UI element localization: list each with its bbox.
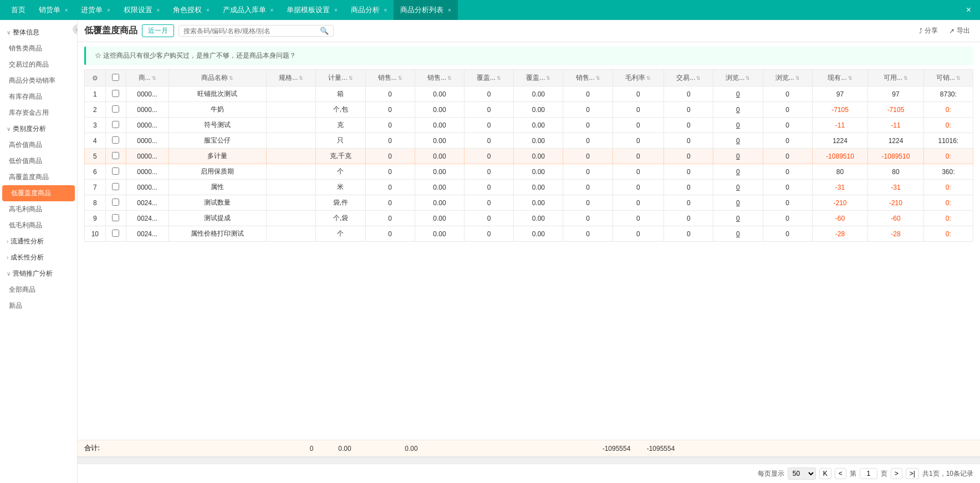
page-size-select[interactable]: 50 100 200 <box>788 467 816 480</box>
sidebar-section-category[interactable]: ∨ 类别度分析 <box>0 121 77 137</box>
export-button[interactable]: ↗ 导出 <box>946 25 973 37</box>
row-select-checkbox[interactable] <box>112 199 119 206</box>
total-info: 共1页，10条记录 <box>922 469 973 479</box>
nav-close-permissions[interactable]: × <box>157 7 160 13</box>
row-browse2: 0 <box>763 133 812 149</box>
row-coverage1: 0 <box>465 195 514 211</box>
nav-close-all-button[interactable]: × <box>962 5 976 15</box>
sidebar-item-all-products[interactable]: 全部商品 <box>0 282 77 298</box>
sidebar-section-circulation[interactable]: › 流通性分析 <box>0 233 77 250</box>
sidebar-item-high-coverage[interactable]: 高覆盖度商品 <box>0 169 77 185</box>
nav-close-analysis[interactable]: × <box>384 7 387 13</box>
sidebar-section-growth[interactable]: › 成长性分析 <box>0 250 77 266</box>
nav-close-role[interactable]: × <box>206 7 210 13</box>
row-checkbox[interactable] <box>105 149 126 164</box>
sidebar-section-overall[interactable]: ∨ 整体信息 <box>0 24 77 40</box>
row-browse1[interactable]: 0 <box>713 164 763 180</box>
col-checkbox[interactable] <box>105 70 126 87</box>
sidebar-item-high-value[interactable]: 高价值商品 <box>0 137 77 153</box>
row-sales-amount: 0.00 <box>415 226 464 242</box>
nav-template-settings[interactable]: 单据模板设置 × <box>280 0 344 20</box>
row-browse1[interactable]: 0 <box>713 180 763 195</box>
row-coverage2: 0.00 <box>514 133 563 149</box>
sidebar-item-sales-products[interactable]: 销售类商品 <box>0 40 77 57</box>
col-available-stock: 可用...⇅ <box>868 70 923 87</box>
sidebar-item-low-value[interactable]: 低价值商品 <box>0 153 77 169</box>
row-select-checkbox[interactable] <box>112 152 119 159</box>
row-checkbox[interactable] <box>105 211 126 226</box>
row-select-checkbox[interactable] <box>112 90 119 97</box>
time-filter-button[interactable]: 近一月 <box>142 24 174 37</box>
row-checkbox[interactable] <box>105 226 126 242</box>
horizontal-scrollbar[interactable] <box>78 457 980 464</box>
col-gross-margin: 毛利率⇅ <box>612 70 664 87</box>
row-sales-amount: 0.00 <box>415 102 464 118</box>
row-checkbox[interactable] <box>105 118 126 133</box>
last-page-button[interactable]: >| <box>906 468 919 479</box>
search-input[interactable] <box>183 27 320 35</box>
row-select-checkbox[interactable] <box>112 105 119 113</box>
row-name: 多计量 <box>169 149 267 164</box>
sidebar-item-low-coverage[interactable]: 低覆盖度商品 <box>2 185 75 201</box>
nav-purchase-order[interactable]: 进货单 × <box>74 0 116 20</box>
row-browse1[interactable]: 0 <box>713 211 763 226</box>
nav-home[interactable]: 首页 <box>4 0 32 20</box>
share-button[interactable]: ⤴ 分享 <box>916 25 941 37</box>
nav-close-analysis-list[interactable]: × <box>448 7 451 13</box>
row-browse1[interactable]: 0 <box>713 102 763 118</box>
sidebar-item-traded-products[interactable]: 交易过的商品 <box>0 57 77 73</box>
row-coverage2: 0.00 <box>514 102 563 118</box>
nav-close-sales[interactable]: × <box>65 7 68 13</box>
row-coverage1: 0 <box>465 133 514 149</box>
nav-role-auth[interactable]: 角色授权 × <box>166 0 216 20</box>
nav-sales-order[interactable]: 销货单 × <box>32 0 74 20</box>
prev-page-button[interactable]: < <box>835 468 846 479</box>
row-select-checkbox[interactable] <box>112 214 119 221</box>
row-checkbox[interactable] <box>105 102 126 118</box>
row-browse1[interactable]: 0 <box>713 195 763 211</box>
row-checkbox[interactable] <box>105 164 126 180</box>
row-browse1[interactable]: 0 <box>713 226 763 242</box>
sidebar-section-marketing[interactable]: ∨ 营销推广分析 <box>0 266 77 282</box>
row-browse1[interactable]: 0 <box>713 149 763 164</box>
col-settings[interactable]: ⚙ <box>85 70 106 87</box>
row-saleable: 11016: <box>923 133 973 149</box>
sidebar-item-high-margin[interactable]: 高毛利商品 <box>0 201 77 217</box>
sidebar-item-low-margin[interactable]: 低毛利商品 <box>0 217 77 233</box>
nav-close-template[interactable]: × <box>334 7 338 13</box>
nav-permissions[interactable]: 权限设置 × <box>117 0 166 20</box>
row-select-checkbox[interactable] <box>112 183 119 190</box>
nav-close-purchase[interactable]: × <box>107 7 110 13</box>
nav-close-inbound[interactable]: × <box>270 7 274 13</box>
sidebar-item-in-stock[interactable]: 有库存商品 <box>0 89 77 105</box>
section-arrow-circulation: › <box>7 238 8 245</box>
row-browse1[interactable]: 0 <box>713 118 763 133</box>
row-browse1[interactable]: 0 <box>713 87 763 102</box>
row-checkbox[interactable] <box>105 133 126 149</box>
row-select-checkbox[interactable] <box>112 230 119 237</box>
row-checkbox[interactable] <box>105 180 126 195</box>
nav-product-inbound[interactable]: 产成品入库单 × <box>216 0 280 20</box>
row-select-checkbox[interactable] <box>112 136 119 144</box>
page-number-input[interactable] <box>860 468 877 479</box>
row-checkbox[interactable] <box>105 195 126 211</box>
row-checkbox[interactable] <box>105 87 126 102</box>
sidebar-item-capital-occupation[interactable]: 库存资金占用 <box>0 105 77 121</box>
row-sales-qty: 0 <box>365 226 415 242</box>
sidebar-item-new-products[interactable]: 新品 <box>0 298 77 314</box>
sidebar-item-category-rate[interactable]: 商品分类动销率 <box>0 73 77 89</box>
next-page-button[interactable]: > <box>891 468 902 479</box>
select-all-checkbox[interactable] <box>112 74 119 81</box>
row-browse1[interactable]: 0 <box>713 133 763 149</box>
row-available-stock: -28 <box>868 226 923 242</box>
row-sales-amount: 0.00 <box>415 133 464 149</box>
table-wrapper[interactable]: ⚙ 商...⇅ 商品名称⇅ 规格...⇅ 计量...⇅ 销售...⇅ 销售...… <box>78 69 980 440</box>
nav-product-analysis[interactable]: 商品分析 × <box>344 0 394 20</box>
row-select-checkbox[interactable] <box>112 121 119 128</box>
row-coverage2: 0.00 <box>514 149 563 164</box>
row-index: 4 <box>85 133 106 149</box>
row-gross-margin: 0 <box>612 87 664 102</box>
first-page-button[interactable]: K <box>819 468 831 479</box>
nav-analysis-list[interactable]: 商品分析列表 × <box>394 0 457 20</box>
row-select-checkbox[interactable] <box>112 167 119 175</box>
